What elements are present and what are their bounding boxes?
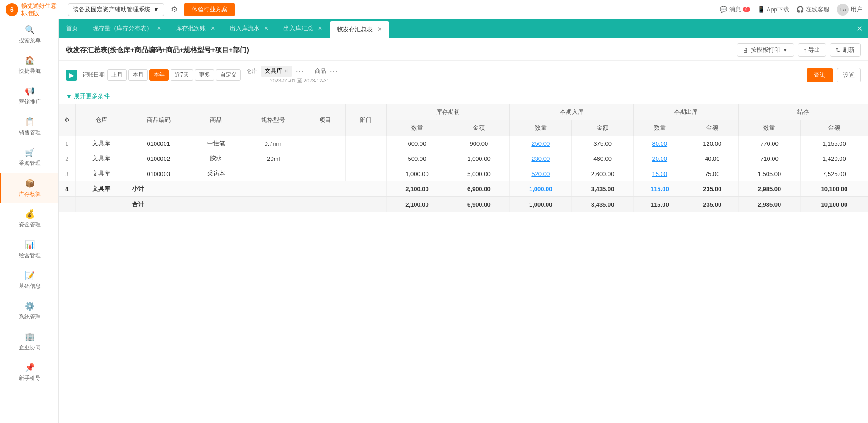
date-btn-custom[interactable]: 自定义 [216, 69, 241, 81]
row-warehouse: 文具库 [75, 136, 127, 151]
subtotal-row: 4 文具库 小计 2,100.00 6,900.00 1,000.00 3,43… [59, 181, 868, 197]
newbie-icon: 📌 [25, 363, 35, 373]
th-balance-group: 结存 [738, 104, 868, 120]
row-out-amt: 120.00 [686, 136, 738, 151]
table-row: 3 文具库 0100003 采访本 1,000.00 5,000.00 520.… [59, 166, 868, 181]
row-in-qty[interactable]: 520.00 [510, 166, 572, 181]
th-settings: ⚙ [59, 104, 75, 136]
phone-icon: 📱 [757, 6, 765, 13]
row-code: 0100003 [127, 166, 190, 181]
filter-bar: ▶ 记账日期 上月 本月 本年 近7天 更多 自定义 [59, 61, 868, 89]
query-button[interactable]: 查询 [807, 68, 833, 82]
filter-toggle-button[interactable]: ▶ [66, 70, 77, 81]
user-item[interactable]: Ea 用户 [837, 4, 862, 16]
subtotal-in-qty[interactable]: 1,000.00 [510, 181, 572, 197]
expand-conditions-button[interactable]: ▼ 展开更多条件 [66, 92, 110, 100]
row-in-qty[interactable]: 250.00 [510, 136, 572, 151]
total-out-qty: 115.00 [634, 197, 686, 212]
row-spec: 20ml [242, 151, 305, 166]
row-out-qty[interactable]: 80.00 [634, 136, 686, 151]
page-title: 收发存汇总表(按仓库+商品编码+商品+规格型号+项目+部门) [66, 46, 249, 55]
sidebar-item-label: 新手引导 [19, 374, 41, 382]
date-btn-this-year[interactable]: 本年 [149, 69, 169, 81]
warehouse-tag-close[interactable]: ✕ [284, 68, 288, 74]
sidebar-item-inventory[interactable]: 📦 库存核算 [0, 173, 58, 203]
sidebar-item-newbie[interactable]: 📌 新手引导 [0, 357, 58, 388]
gear-button[interactable]: ⚙ [168, 3, 181, 16]
tab-recv-send[interactable]: 收发存汇总表 ✕ [330, 21, 389, 38]
content-area: 首页 现存量（库存分布表） ✕ 库存批次账 ✕ 出入库流水 ✕ 出入库汇总 ✕ … [59, 19, 868, 423]
sidebar-item-basic[interactable]: 📝 基础信息 [0, 265, 58, 296]
th-project: 项目 [305, 104, 346, 136]
export-icon: ↑ [804, 47, 807, 54]
row-out-qty[interactable]: 20.00 [634, 151, 686, 166]
date-btn-more[interactable]: 更多 [195, 69, 214, 81]
th-out-amt: 金额 [686, 120, 738, 136]
row-code: 0100002 [127, 151, 190, 166]
warehouse-filter-more[interactable]: ··· [296, 66, 304, 76]
sidebar-item-operations[interactable]: 📊 经营管理 [0, 234, 58, 265]
date-filter-group: 记账日期 上月 本月 本年 近7天 更多 自定义 [83, 69, 241, 81]
tab-close-icon[interactable]: ✕ [318, 25, 322, 32]
sidebar-item-finance[interactable]: 💰 资金管理 [0, 203, 58, 234]
row-dept [346, 136, 387, 151]
app-download-item[interactable]: 📱 App下载 [757, 5, 789, 14]
basic-icon: 📝 [25, 270, 35, 280]
logo-icon: 6 [6, 3, 18, 16]
message-item[interactable]: 💬 消息 6 [720, 5, 750, 14]
page-content: 收发存汇总表(按仓库+商品编码+商品+规格型号+项目+部门) 🖨 按模板打印 ▼… [59, 38, 868, 423]
refresh-button[interactable]: ↻ 刷新 [830, 43, 861, 57]
export-button[interactable]: ↑ 导出 [798, 43, 827, 57]
th-warehouse: 仓库 [75, 104, 127, 136]
avatar: Ea [837, 4, 849, 16]
tab-inout-flow[interactable]: 出入库流水 ✕ [222, 19, 276, 38]
tab-close-icon[interactable]: ✕ [210, 25, 215, 32]
tab-close-icon[interactable]: ✕ [264, 25, 269, 32]
date-btn-this-month[interactable]: 本月 [128, 69, 148, 81]
sidebar-item-sales[interactable]: 📋 销售管理 [0, 111, 58, 142]
logo-area: 6 畅捷通好生意 标准版 [6, 2, 64, 16]
tab-inout-summary[interactable]: 出入库汇总 ✕ [276, 19, 330, 38]
print-button[interactable]: 🖨 按模板打印 ▼ [737, 43, 794, 57]
tab-stock-dist[interactable]: 现存量（库存分布表） ✕ [85, 19, 169, 38]
try-button[interactable]: 体验行业方案 [184, 3, 235, 16]
subtotal-in-amt: 3,435.00 [572, 181, 634, 197]
sidebar-item-quick[interactable]: 🏠 快捷导航 [0, 50, 58, 81]
expand-conditions-row: ▼ 展开更多条件 [59, 89, 868, 104]
row-out-qty[interactable]: 15.00 [634, 166, 686, 181]
date-btn-last-month[interactable]: 上月 [107, 69, 127, 81]
message-icon: 💬 [720, 6, 727, 13]
online-service-item[interactable]: 🎧 在线客服 [796, 5, 829, 14]
row-in-amt: 460.00 [572, 151, 634, 166]
tab-home[interactable]: 首页 [59, 19, 85, 38]
top-bar-left: 6 畅捷通好生意 标准版 装备及固定资产辅助管理系统 ▼ ⚙ 体验行业方案 [6, 2, 235, 16]
total-open-qty: 2,100.00 [386, 197, 448, 212]
sidebar-item-purchase[interactable]: 🛒 采购管理 [0, 142, 58, 173]
sidebar-item-system[interactable]: ⚙️ 系统管理 [0, 296, 58, 326]
subtotal-out-qty[interactable]: 115.00 [634, 181, 686, 197]
settings-button[interactable]: 设置 [837, 68, 861, 82]
purchase-icon: 🛒 [25, 148, 35, 158]
total-bal-amt: 10,100.00 [800, 197, 868, 212]
row-in-qty[interactable]: 230.00 [510, 151, 572, 166]
chevron-down-icon: ▼ [153, 6, 159, 13]
row-in-amt: 2,600.00 [572, 166, 634, 181]
tab-close-icon[interactable]: ✕ [157, 25, 161, 32]
th-opening-group: 库存期初 [386, 104, 510, 120]
sidebar-item-search[interactable]: 🔍 搜索菜单 [0, 19, 58, 50]
sidebar-item-corp[interactable]: 🏢 企业协同 [0, 326, 58, 357]
tab-close-icon[interactable]: ✕ [377, 26, 382, 33]
tab-bar-close-button[interactable]: ✕ [851, 24, 868, 33]
row-project [305, 166, 346, 181]
tab-batch[interactable]: 库存批次账 ✕ [169, 19, 222, 38]
goods-filter-more[interactable]: ··· [330, 66, 338, 76]
system-selector[interactable]: 装备及固定资产辅助管理系统 ▼ [68, 3, 164, 16]
row-spec: 0.7mm [242, 136, 305, 151]
row-in-amt: 375.00 [572, 136, 634, 151]
sidebar-item-label: 企业协同 [19, 344, 41, 352]
finance-icon: 💰 [25, 209, 35, 219]
row-open-qty: 600.00 [386, 136, 448, 151]
row-name: 采访本 [190, 166, 242, 181]
sidebar-item-marketing[interactable]: 📢 营销推广 [0, 81, 58, 111]
date-btn-7days[interactable]: 近7天 [171, 69, 193, 81]
